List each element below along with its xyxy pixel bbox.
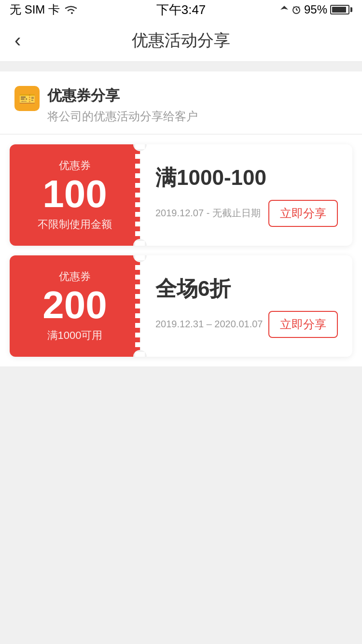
location-icon	[280, 5, 289, 14]
section-header: 🎫 优惠券分享 将公司的优惠活动分享给客户	[0, 71, 362, 134]
coupon-icon: 🎫	[19, 91, 36, 107]
share-button-1[interactable]: 立即分享	[268, 200, 338, 227]
coupon-title-2: 全场6折	[155, 275, 338, 303]
coupon-tag-1: 优惠券	[59, 158, 91, 173]
coupon-date-2: 2019.12.31 – 2020.01.07	[155, 319, 263, 330]
coupon-left-1: 优惠券 100 不限制使用金额	[10, 144, 140, 246]
back-button[interactable]: ‹	[14, 29, 21, 51]
status-bar: 无 SIM 卡 下午3:47 95%	[0, 0, 362, 19]
wifi-icon	[64, 4, 78, 15]
nav-bar: ‹ 优惠活动分享	[0, 19, 362, 62]
bottom-area	[0, 366, 362, 560]
section-icon: 🎫	[14, 86, 40, 111]
section-text: 优惠券分享 将公司的优惠活动分享给客户	[47, 86, 198, 124]
status-time: 下午3:47	[156, 1, 206, 18]
coupon-condition-1: 不限制使用金额	[38, 217, 112, 232]
coupon-right-2: 全场6折 2019.12.31 – 2020.01.07 立即分享	[141, 255, 352, 357]
coupon-list: 优惠券 100 不限制使用金额 满1000-100 2019.12.07 - 无…	[0, 135, 362, 366]
section-title: 优惠券分享	[47, 86, 198, 106]
coupon-meta-2: 2019.12.31 – 2020.01.07 立即分享	[155, 311, 338, 338]
battery-percent: 95%	[304, 3, 327, 16]
coupon-title-1: 满1000-100	[155, 164, 338, 192]
coupon-right-1: 满1000-100 2019.12.07 - 无截止日期 立即分享	[141, 144, 352, 246]
status-right: 95%	[280, 3, 352, 16]
carrier-text: 无 SIM 卡	[10, 2, 60, 17]
section-subtitle: 将公司的优惠活动分享给客户	[47, 109, 198, 124]
page-title: 优惠活动分享	[132, 29, 230, 52]
coupon-card-1: 优惠券 100 不限制使用金额 满1000-100 2019.12.07 - 无…	[10, 144, 352, 246]
battery-icon	[330, 5, 352, 14]
coupon-date-1: 2019.12.07 - 无截止日期	[155, 207, 261, 220]
alarm-icon	[292, 5, 301, 14]
status-left: 无 SIM 卡	[10, 2, 78, 17]
coupon-card-2: 优惠券 200 满1000可用 全场6折 2019.12.31 – 2020.0…	[10, 255, 352, 357]
coupon-left-2: 优惠券 200 满1000可用	[10, 255, 140, 357]
share-button-2[interactable]: 立即分享	[268, 311, 338, 338]
coupon-meta-1: 2019.12.07 - 无截止日期 立即分享	[155, 200, 338, 227]
coupon-tag-2: 优惠券	[59, 269, 91, 284]
coupon-condition-2: 满1000可用	[47, 328, 103, 343]
coupon-amount-2: 200	[42, 286, 107, 324]
coupon-amount-1: 100	[42, 175, 107, 213]
